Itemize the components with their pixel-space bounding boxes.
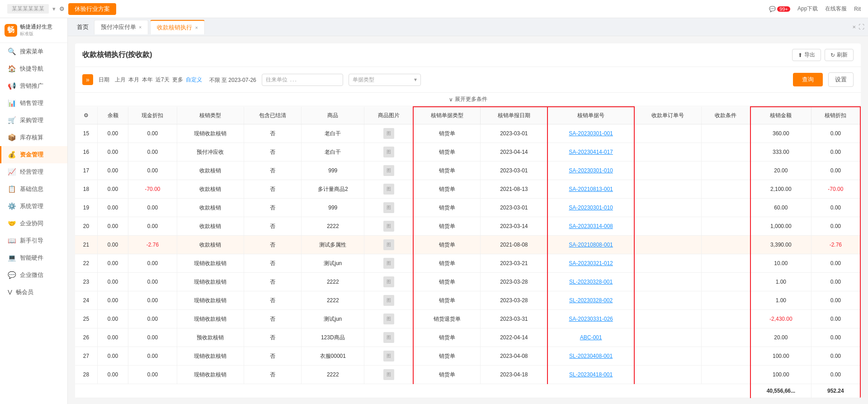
cell-cancel-order-type: 销货单: [413, 180, 481, 199]
sidebar-item-enterprise[interactable]: 🤝 企业协同: [0, 215, 67, 232]
refresh-button[interactable]: ↻ 刷新: [825, 49, 854, 61]
sidebar-item-purchase[interactable]: 🛒 采购管理: [0, 112, 67, 129]
cell-receipt-condition: [701, 328, 750, 347]
cell-cancel-order-type: 销货单: [413, 254, 481, 273]
sidebar-item-sales[interactable]: 📊 销售管理: [0, 95, 67, 112]
cell-cancel-order-no[interactable]: SA-20230301-010: [547, 199, 634, 217]
sidebar-item-wechat[interactable]: 💬 企业微信: [0, 266, 67, 284]
cell-cancel-order-no[interactable]: SL-20230418-001: [547, 366, 634, 384]
expand-more-button[interactable]: ∨ 展开更多条件: [449, 95, 487, 103]
cell-cancel-order-no[interactable]: SA-20210813-001: [547, 180, 634, 199]
cell-cancel-order-no[interactable]: SA-20230301-001: [547, 124, 634, 143]
cell-cancel-order-no[interactable]: SA-20230414-017: [547, 143, 634, 162]
cell-cancel-discount: 0.00: [811, 328, 860, 347]
filter-expand-button[interactable]: »: [82, 74, 93, 85]
from-unit-field[interactable]: 往来单位 ...: [262, 74, 343, 86]
sidebar-item-label: 畅会员: [16, 288, 33, 296]
sidebar-item-search[interactable]: 🔍 搜索菜单: [0, 43, 67, 60]
cell-balance: 0.00: [98, 310, 128, 328]
th-cancel-amount: 核销金额: [750, 107, 811, 124]
cell-cancel-order-date: 2023-04-14: [481, 143, 548, 162]
cell-cancel-order-date: 2023-03-28: [481, 273, 548, 291]
online-service-link[interactable]: 在线客服: [825, 5, 847, 13]
cell-cancel-order-no[interactable]: SL-20230328-001: [547, 273, 634, 291]
wechat-icon: 💬: [8, 271, 16, 279]
cell-receipt-order-no: [634, 199, 702, 217]
close-window-icon[interactable]: ×: [852, 24, 856, 30]
page-title: 收款核销执行(按收款): [82, 50, 152, 60]
tab-prepay[interactable]: 预付冲应付单 ×: [94, 20, 148, 34]
cell-cancel-order-no[interactable]: SA-20230314-008: [547, 217, 634, 236]
cell-cancel-amount: 1.00: [750, 273, 811, 291]
cell-cash-discount: 0.00: [128, 143, 177, 162]
cell-include-settled: 否: [244, 162, 302, 180]
sidebar-item-system[interactable]: ⚙️ 系统管理: [0, 198, 67, 215]
cell-cancel-order-no[interactable]: SA-20210808-001: [547, 236, 634, 254]
dropdown-arrow-icon[interactable]: ▾: [52, 5, 56, 12]
cell-cancel-order-no[interactable]: ABC-001: [547, 328, 634, 347]
date-custom[interactable]: 自定义: [186, 76, 202, 84]
cell-product: 衣服00001: [302, 347, 364, 366]
sidebar-item-label: 新手引导: [20, 237, 43, 245]
table-row: 21 0.00 -2.76 收款核销 否 测试多属性 图 销货单 2021-08…: [75, 236, 860, 254]
cell-cancel-type: 收款核销: [177, 180, 244, 199]
cell-cancel-order-no[interactable]: SA-20230301-010: [547, 162, 634, 180]
cell-product: 老白干: [302, 124, 364, 143]
sidebar-item-operation[interactable]: 📈 经营管理: [0, 163, 67, 181]
message-icon[interactable]: 💬 99+: [769, 6, 790, 12]
sidebar-item-base-info[interactable]: 📋 基础信息: [0, 181, 67, 198]
tab-close-icon[interactable]: ×: [195, 25, 198, 30]
cell-cancel-discount: 0.00: [811, 254, 860, 273]
expand-more-bar: ∨ 展开更多条件: [75, 93, 861, 106]
cell-cancel-type: 现销收款核销: [177, 124, 244, 143]
sidebar-item-marketing[interactable]: 📢 营销推广: [0, 77, 67, 95]
page-content: 收款核销执行(按收款) ⬆ 导出 ↻ 刷新 » 日期 上月: [68, 36, 868, 404]
user-name[interactable]: Rit: [854, 6, 861, 12]
cell-receipt-condition: [701, 236, 750, 254]
cell-receipt-order-no: [634, 366, 702, 384]
gear-icon[interactable]: ⚙: [59, 5, 65, 12]
cell-cancel-amount: 20.00: [750, 162, 811, 180]
cell-cancel-order-no[interactable]: SL-20230408-001: [547, 347, 634, 366]
data-table-container: ⚙ 余额 现金折扣 核销类型 包含已结清 商品 商品图片 核销单据类型 核销单报…: [75, 106, 861, 398]
cell-cash-discount: 0.00: [128, 273, 177, 291]
cell-cancel-discount: 0.00: [811, 124, 860, 143]
cell-cancel-order-type: 销货单: [413, 366, 481, 384]
date-this-month[interactable]: 本月: [128, 76, 139, 84]
tab-receipt-cancel[interactable]: 收款核销执行 ×: [150, 20, 204, 34]
cell-cancel-order-no[interactable]: SA-20230321-012: [547, 254, 634, 273]
sidebar-item-hardware[interactable]: 💻 智能硬件: [0, 249, 67, 266]
chart-icon: 📊: [8, 99, 16, 107]
cell-receipt-order-no: [634, 180, 702, 199]
sidebar-item-guide[interactable]: 📖 新手引导: [0, 232, 67, 249]
cell-cancel-amount: 2,100.00: [750, 180, 811, 199]
date-last-month[interactable]: 上月: [115, 76, 126, 84]
top-bar: 某某某某某某 ▾ ⚙ 休验行业方案 💬 99+ App下载 在线客服 Rit: [0, 0, 868, 18]
cell-cancel-amount: 1.00: [750, 291, 811, 310]
sidebar-item-finance[interactable]: 💰 资金管理: [0, 146, 67, 163]
cell-cancel-order-no[interactable]: SA-20230331-026: [547, 310, 634, 328]
sidebar-item-member[interactable]: V 畅会员: [0, 284, 67, 301]
th-gear[interactable]: ⚙: [75, 107, 98, 124]
settings-button[interactable]: 设置: [828, 72, 854, 87]
maximize-icon[interactable]: ⛶: [859, 24, 864, 30]
book-icon: 📖: [8, 237, 16, 245]
sidebar-item-quicknav[interactable]: 🏠 快捷导航: [0, 60, 67, 77]
footer-spacer: [75, 384, 750, 398]
tab-close-icon[interactable]: ×: [139, 24, 142, 30]
table-body: 15 0.00 0.00 现销收款核销 否 老白干 图 销货单 2023-03-…: [75, 124, 860, 384]
settings-icon: ⚙️: [8, 202, 16, 210]
cell-cancel-order-no[interactable]: SL-20230328-002: [547, 291, 634, 310]
tab-home[interactable]: 首页: [71, 20, 94, 34]
date-last-7days[interactable]: 近7天: [156, 76, 170, 84]
export-button[interactable]: ⬆ 导出: [792, 49, 821, 61]
date-more[interactable]: 更多: [172, 76, 183, 84]
sidebar-item-inventory[interactable]: 📦 库存核算: [0, 129, 67, 146]
cell-cancel-order-type: 销货单: [413, 124, 481, 143]
query-button[interactable]: 查询: [793, 73, 823, 86]
industry-solution-button[interactable]: 休验行业方案: [68, 3, 116, 15]
date-this-year[interactable]: 本年: [142, 76, 153, 84]
cell-receipt-condition: [701, 124, 750, 143]
order-type-select[interactable]: 单据类型 ▾: [349, 74, 421, 86]
app-download-link[interactable]: App下载: [797, 5, 818, 13]
